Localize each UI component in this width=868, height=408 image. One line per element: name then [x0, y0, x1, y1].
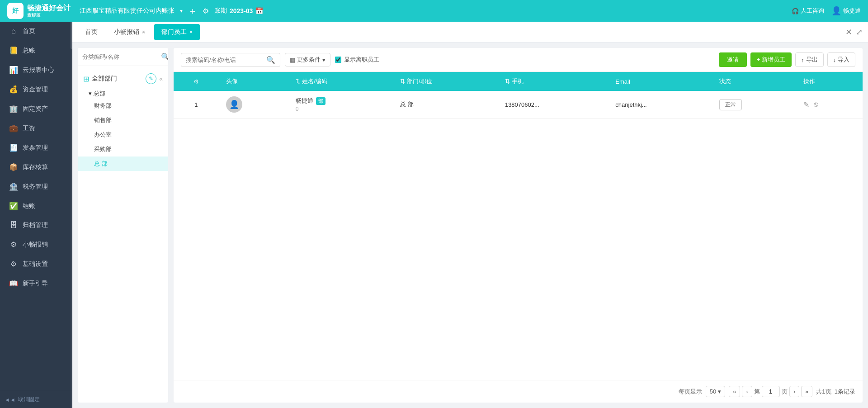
sidebar-label-ledger: 总账: [23, 47, 35, 55]
dept-item-office[interactable]: 办公室: [78, 128, 168, 142]
page-first-button[interactable]: «: [729, 386, 740, 397]
col-phone[interactable]: ⇅ 手机: [498, 72, 608, 91]
dept-panel: 🔍 ⊞ 全部部门 ✎ « ▾ 总部 财务部 销售部 办公室 采购部 总 部: [78, 48, 168, 403]
total-records: 共1页, 1条记录: [816, 388, 855, 396]
avatar: 👤: [226, 96, 242, 113]
user-button[interactable]: 👤 畅捷通: [831, 6, 861, 16]
tab-expense-close[interactable]: ×: [142, 29, 145, 35]
import-arrow-icon: ↓: [833, 57, 836, 63]
sidebar-item-new-guide[interactable]: 📖 新手引导: [0, 274, 72, 293]
page-content: 🔍 ⊞ 全部部门 ✎ « ▾ 总部 财务部 销售部 办公室 采购部 总 部: [72, 43, 868, 408]
unpin-label: 取消固定: [18, 396, 40, 403]
tab-dept-employee-label: 部门员工: [161, 28, 187, 36]
row-no: 1: [174, 91, 219, 119]
logout-icon[interactable]: ⎋: [814, 100, 818, 109]
col-dept-position[interactable]: ⇅ 部门/职位: [393, 72, 498, 91]
salary-icon: 💼: [9, 124, 18, 133]
company-dropdown-icon[interactable]: ▾: [180, 8, 183, 14]
dept-search-input[interactable]: [82, 53, 158, 60]
dept-all[interactable]: ⊞ 全部部门 ✎ «: [78, 70, 168, 88]
page-prev-button[interactable]: ‹: [742, 386, 752, 397]
sidebar: ⌂ 首页 📒 总账 📊 云报表中心 💰 资金管理 🏢 固定资产 💼 工资 🧾 发…: [0, 22, 72, 408]
employee-table-wrapper: ⚙ 头像 ⇅ 姓名/编码 ⇅ 部门/职位 ⇅ 手机: [174, 72, 863, 380]
app-name: 畅捷通好会计: [27, 4, 71, 12]
col-name-code[interactable]: ⇅ 姓名/编码: [288, 72, 393, 91]
close-window-icon[interactable]: ✕: [845, 27, 852, 37]
page-last-button[interactable]: »: [801, 386, 812, 397]
dept-collapse-icon[interactable]: «: [159, 75, 163, 82]
expand-icon[interactable]: ⤢: [856, 27, 863, 37]
dept-search-bar: 🔍: [78, 48, 168, 66]
dept-grid-icon: ⊞: [83, 75, 89, 83]
sidebar-label-basic-settings: 基础设置: [23, 260, 48, 268]
calendar-icon[interactable]: 📅: [255, 7, 263, 14]
show-resigned-input[interactable]: [335, 57, 341, 63]
per-page-select[interactable]: 50 ▾: [706, 386, 725, 397]
show-resigned-checkbox[interactable]: 显示离职员工: [335, 56, 379, 64]
add-employee-button[interactable]: + 新增员工: [750, 52, 792, 67]
sidebar-item-basic-settings[interactable]: ⚙ 基础设置: [0, 254, 72, 274]
add-tab-button[interactable]: ＋: [188, 5, 197, 17]
dept-edit-button[interactable]: ✎: [146, 73, 156, 84]
dept-item-general[interactable]: 总 部: [78, 157, 168, 171]
sidebar-item-fund-mgmt[interactable]: 💰 资金管理: [0, 80, 72, 99]
more-filters-button[interactable]: ▦ 更多条件 ▾: [285, 53, 330, 66]
new-guide-icon: 📖: [9, 279, 18, 288]
main-layout: ⌂ 首页 📒 总账 📊 云报表中心 💰 资金管理 🏢 固定资产 💼 工资 🧾 发…: [0, 22, 868, 408]
page-input[interactable]: [762, 386, 780, 397]
sidebar-item-home[interactable]: ⌂ 首页: [0, 22, 72, 41]
logo-text: 畅捷通好会计 旗舰版: [27, 4, 71, 18]
checkout-icon: ✅: [9, 202, 18, 210]
table-row: 1 👤 畅捷通 部: [174, 91, 863, 119]
row-name-code: 畅捷通 部 0: [288, 91, 393, 119]
filter-icon: ▦: [290, 57, 295, 63]
dept-search-icon[interactable]: 🔍: [161, 52, 168, 61]
unpin-icon: ◄◄: [5, 397, 15, 403]
tab-dept-employee-close[interactable]: ×: [189, 29, 193, 35]
tab-bar-actions: ✕ ⤢: [845, 27, 863, 37]
employee-search-icon[interactable]: 🔍: [266, 56, 275, 64]
col-settings[interactable]: ⚙: [174, 72, 219, 91]
dept-item-finance[interactable]: 财务部: [78, 99, 168, 113]
employee-search-bar: 🔍: [181, 53, 280, 67]
invite-button[interactable]: 邀请: [719, 52, 747, 67]
fixed-assets-icon: 🏢: [9, 104, 18, 113]
pagination: « ‹ 第 页 › »: [729, 386, 812, 397]
ledger-icon: 📒: [9, 46, 18, 55]
row-phone: 138070602...: [498, 91, 608, 119]
sidebar-item-fixed-assets[interactable]: 🏢 固定资产: [0, 99, 72, 119]
dept-item-sales[interactable]: 销售部: [78, 113, 168, 128]
dept-tree: ⊞ 全部部门 ✎ « ▾ 总部 财务部 销售部 办公室 采购部 总 部: [78, 66, 168, 403]
row-avatar: 👤: [219, 91, 288, 119]
sidebar-item-salary[interactable]: 💼 工资: [0, 119, 72, 138]
sort-icon-phone: ⇅: [505, 78, 512, 85]
sidebar-item-inventory[interactable]: 📦 库存核算: [0, 157, 72, 177]
table-footer: 每页显示 50 ▾ « ‹ 第 页 › » 共1页, 1条记录: [174, 380, 863, 403]
sidebar-item-ledger[interactable]: 📒 总账: [0, 41, 72, 60]
app-logo: 好 畅捷通好会计 旗舰版: [7, 3, 71, 19]
unpin-button[interactable]: ◄◄ 取消固定: [0, 391, 72, 408]
sidebar-item-invoice[interactable]: 🧾 发票管理: [0, 138, 72, 157]
sidebar-item-archive[interactable]: 🗄 归档管理: [0, 216, 72, 235]
sidebar-item-expense-report[interactable]: ⚙ 小畅报销: [0, 235, 72, 254]
sidebar-item-checkout[interactable]: ✅ 结账: [0, 196, 72, 216]
sidebar-item-report-center[interactable]: 📊 云报表中心: [0, 60, 72, 80]
settings-icon[interactable]: ⚙: [203, 7, 209, 15]
export-arrow-icon: ↑: [801, 57, 804, 63]
import-button[interactable]: ↓ 导入: [827, 52, 856, 67]
tab-expense[interactable]: 小畅报销 ×: [107, 24, 152, 40]
employee-toolbar: 🔍 ▦ 更多条件 ▾ 显示离职员工 邀请 + 新增员工: [174, 48, 863, 72]
sidebar-label-home: 首页: [23, 27, 35, 35]
dept-item-purchase[interactable]: 采购部: [78, 142, 168, 157]
sidebar-item-tax[interactable]: 🏦 税务管理: [0, 177, 72, 196]
tab-home[interactable]: 首页: [78, 24, 105, 40]
export-label: 导出: [806, 56, 818, 64]
sidebar-label-new-guide: 新手引导: [23, 280, 48, 288]
tab-dept-employee[interactable]: 部门员工 ×: [154, 24, 200, 40]
export-button[interactable]: ↑ 导出: [795, 52, 824, 67]
edit-icon[interactable]: ✎: [803, 100, 809, 109]
page-next-button[interactable]: ›: [789, 386, 799, 397]
sidebar-label-expense-report: 小畅报销: [23, 241, 48, 249]
consult-button[interactable]: 🎧 人工咨询: [792, 7, 824, 15]
employee-search-input[interactable]: [186, 57, 264, 63]
